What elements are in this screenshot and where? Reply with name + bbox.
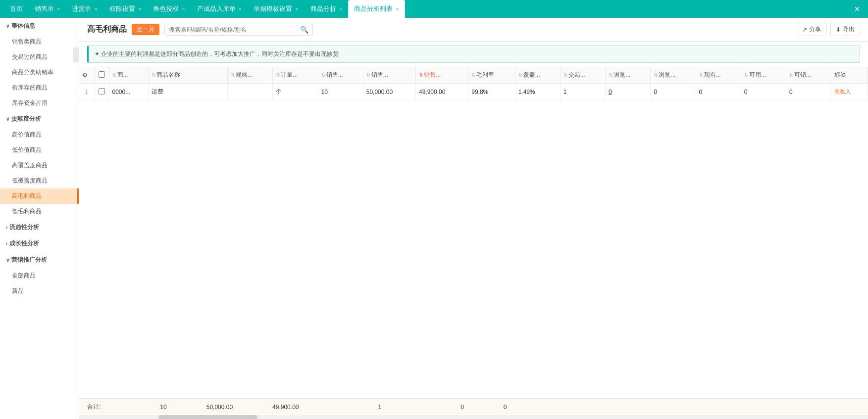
select-all-checkbox[interactable] (99, 71, 105, 78)
sort-icon-name: ⇅ (152, 72, 155, 78)
bottom-scrollbar[interactable] (79, 415, 868, 419)
nav-item-role[interactable]: 角色授权 × (147, 0, 191, 18)
row-coverage: 1.49% (515, 84, 560, 100)
search-icon[interactable]: 🔍 (300, 26, 308, 34)
arrow-growth-icon: › (6, 241, 7, 246)
row-views2: 0 (651, 84, 696, 100)
nav-item-template[interactable]: 单据模板设置 × (248, 0, 304, 18)
row-num: 1 (79, 84, 94, 100)
search-input[interactable] (169, 26, 300, 33)
page-title: 高毛利商品 (87, 24, 127, 35)
row-views1[interactable]: 0 (606, 84, 651, 100)
export-icon: ⬇ (836, 26, 841, 33)
share-button[interactable]: ↗ 分享 (797, 23, 826, 36)
search-box: 🔍 (164, 24, 313, 36)
top-navigation: 首页 销售单 × 进货单 × 权限设置 × 角色授权 × 产成品入库单 × 单据… (0, 0, 868, 18)
nav-close-analysis[interactable]: × (339, 6, 342, 12)
table-container[interactable]: ⚙ ⇅ 商... ⇅ (79, 67, 868, 398)
sidebar-item-stock-capital[interactable]: 库存资金占用 (0, 95, 79, 111)
nav-close-purchase[interactable]: × (94, 6, 97, 12)
sort-icon-views2: ⇅ (654, 72, 658, 78)
nav-close-product-in[interactable]: × (239, 6, 242, 12)
th-available-stock[interactable]: ⇅ 可用... (741, 67, 786, 84)
th-spec[interactable]: ⇅ 规格... (228, 67, 273, 84)
row-unit: 个 (273, 84, 318, 100)
row-available-stock: 0 (741, 84, 786, 100)
row-sales-qty: 10 (318, 84, 363, 100)
nav-item-home[interactable]: 首页 (4, 0, 29, 18)
row-current-stock: 0 (696, 84, 741, 100)
th-transaction[interactable]: ⇅ 交易... (560, 67, 605, 84)
th-name[interactable]: ⇅ 商品名称 (149, 67, 228, 84)
sidebar-group-overall[interactable]: ∨ 整体信息 (0, 18, 79, 34)
sidebar-item-in-stock[interactable]: 有库存的商品 (0, 80, 79, 95)
sidebar-item-high-value[interactable]: 高价值商品 (0, 127, 79, 142)
th-sales-qty[interactable]: ⇅ 销售... (318, 67, 363, 84)
nav-close-template[interactable]: × (295, 6, 298, 12)
th-current-stock[interactable]: ⇅ 现有... (696, 67, 741, 84)
nav-close-role[interactable]: × (182, 6, 185, 12)
th-tag[interactable]: 标签 (831, 67, 868, 84)
sidebar-item-category-rate[interactable]: 商品分类助销率 (0, 65, 79, 80)
nav-close-analysis-list[interactable]: × (396, 6, 399, 12)
row-gross-margin: 99.8% (468, 84, 515, 100)
sort-icon-gross-margin: ⇅ (471, 72, 475, 78)
th-views1[interactable]: ⇅ 浏览... (606, 67, 651, 84)
row-name: 运费 (149, 84, 228, 100)
nav-item-product-in[interactable]: 产成品入库单 × (191, 0, 248, 18)
sidebar-item-all-goods[interactable]: 全部商品 (0, 268, 79, 283)
row-transaction: 1 (560, 84, 605, 100)
sidebar-item-low-value[interactable]: 低价值商品 (0, 142, 79, 158)
th-unit[interactable]: ⇅ 计量... (273, 67, 318, 84)
sort-icon-views1: ⇅ (609, 72, 613, 78)
sidebar-group-contribution[interactable]: ∨ 贡献度分析 (0, 111, 79, 127)
export-button[interactable]: ⬇ 导出 (830, 23, 860, 36)
nav-item-permission[interactable]: 权限设置 × (103, 0, 147, 18)
sort-icon-sales-amount: ⇅ (366, 72, 370, 78)
sort-icon-coverage: ⇅ (518, 72, 522, 78)
sidebar-group-growth[interactable]: › 成长性分析 (0, 235, 79, 252)
scrollbar-thumb[interactable] (158, 415, 257, 419)
th-code[interactable]: ⇅ 商... (109, 67, 149, 84)
main-layout: 《 ∨ 整体信息 销售类商品 交易过的商品 商品分类助销率 有库存的商品 库存资… (0, 18, 868, 419)
sidebar-item-high-coverage[interactable]: 高覆盖度商品 (0, 158, 79, 173)
th-sales-amount[interactable]: ⇅ 销售... (363, 67, 415, 84)
nav-item-analysis[interactable]: 商品分析 × (305, 0, 348, 18)
row-code: 0000... (109, 84, 149, 100)
sidebar-item-new-goods[interactable]: 新品 (0, 283, 79, 299)
sidebar-item-low-coverage[interactable]: 低覆盖度商品 (0, 173, 79, 188)
nav-close-permission[interactable]: × (138, 6, 141, 12)
sidebar-item-sales-goods[interactable]: 销售类商品 (0, 34, 79, 49)
th-coverage[interactable]: ⇅ 覆盖... (515, 67, 560, 84)
date-filter-button[interactable]: 近一月 (132, 24, 159, 35)
nav-item-analysis-list[interactable]: 商品分析列表 × (348, 0, 405, 18)
arrow-contribution-icon: ∨ (6, 116, 9, 122)
arrow-trend-icon: › (6, 225, 7, 230)
th-gross-margin[interactable]: ⇅ 毛利率 (468, 67, 515, 84)
th-saleable[interactable]: ⇅ 可销... (786, 67, 831, 84)
footer-sales-profit: 49,900.00 (272, 404, 299, 411)
nav-close-sales[interactable]: × (57, 6, 60, 12)
row-spec (228, 84, 273, 100)
sort-icon-code: ⇅ (112, 72, 116, 78)
row-checkbox-cell[interactable] (94, 84, 109, 100)
footer-transaction: 1 (378, 404, 381, 411)
footer-sales-amount: 50,000.00 (206, 404, 233, 411)
nav-item-sales[interactable]: 销售单 × (29, 0, 66, 18)
sidebar-item-low-margin[interactable]: 低毛利商品 (0, 204, 79, 219)
th-settings[interactable]: ⚙ (79, 67, 94, 84)
sort-icon-available-stock: ⇅ (744, 72, 748, 78)
sidebar-item-high-margin[interactable]: 高毛利商品 (0, 188, 79, 204)
th-sales-profit[interactable]: ⇅ 销售... (415, 67, 468, 84)
th-checkbox[interactable] (94, 67, 109, 84)
sidebar-group-trend[interactable]: › 流趋性分析 (0, 219, 79, 235)
sidebar-group-marketing[interactable]: ∨ 营销推广分析 (0, 252, 79, 268)
row-sales-profit: 49,900.00 (415, 84, 468, 100)
nav-item-purchase[interactable]: 进货单 × (66, 0, 103, 18)
sidebar-collapse-button[interactable]: 《 (73, 47, 79, 62)
sidebar-item-traded-goods[interactable]: 交易过的商品 (0, 49, 79, 65)
row-checkbox[interactable] (99, 88, 105, 94)
window-close-btn[interactable]: × (850, 3, 864, 15)
th-views2[interactable]: ⇅ 浏览... (651, 67, 696, 84)
row-saleable: 0 (786, 84, 831, 100)
